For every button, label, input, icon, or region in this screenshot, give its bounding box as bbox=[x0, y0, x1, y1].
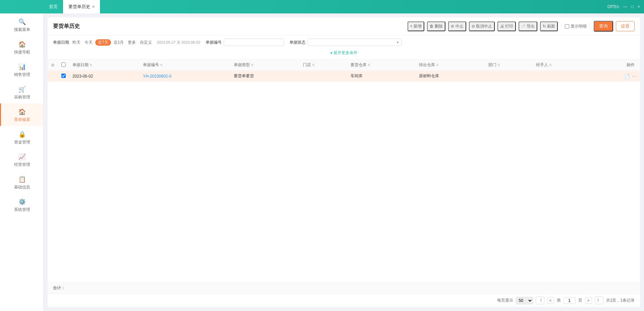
show-detail-checkbox[interactable] bbox=[565, 24, 569, 29]
date-opt-today[interactable]: 今天 bbox=[83, 39, 94, 46]
search-btn-label: 查询 bbox=[599, 23, 608, 29]
stop-button[interactable]: ⊘ 中止 bbox=[448, 21, 466, 31]
settings-button[interactable]: 设置 bbox=[616, 21, 635, 31]
col-req-warehouse[interactable]: 要货仓库 ⇅ bbox=[347, 59, 416, 71]
sidebar-item-finance[interactable]: 🔒 资金管理 bbox=[0, 126, 43, 148]
col-pending-warehouse-label: 待出仓库 bbox=[419, 62, 435, 68]
tab-home[interactable]: 首页 bbox=[44, 0, 63, 13]
refresh-label: ↻ 刷新 bbox=[543, 24, 555, 29]
select-all-checkbox[interactable] bbox=[61, 62, 66, 67]
refresh-button[interactable]: ↻ 刷新 bbox=[540, 21, 558, 31]
row-doc-type: 要货单要货 bbox=[230, 71, 300, 82]
brand-label: OfTEn bbox=[607, 4, 619, 9]
col-settings[interactable]: ⚙ bbox=[48, 59, 58, 71]
status-select-wrapper bbox=[308, 39, 401, 46]
system-icon: ⚙️ bbox=[18, 198, 26, 206]
page-suffix: 页 bbox=[578, 298, 582, 303]
page-input[interactable] bbox=[564, 297, 576, 304]
col-date[interactable]: 单据日期 ⇅ bbox=[69, 59, 140, 71]
print-button[interactable]: 🖨 打印 bbox=[497, 21, 516, 31]
row-pending-warehouse: 原材料仓库 bbox=[416, 71, 485, 82]
next-page-btn[interactable]: > bbox=[585, 297, 592, 304]
date-opt-7days[interactable]: 近7天 bbox=[95, 39, 111, 46]
col-doc-no[interactable]: 单据编号 ⇅ bbox=[140, 59, 230, 71]
delete-button[interactable]: 🗑 删除 bbox=[427, 21, 445, 31]
row-settings bbox=[48, 71, 58, 82]
filter-area: 单据日期 昨天 今天 近7天 近1月 更多 自定义 2023-05-27 至 2… bbox=[48, 35, 640, 59]
shortcut-icon: 🏠 bbox=[18, 41, 26, 48]
row-view-icon[interactable]: 📄 bbox=[624, 74, 630, 79]
sidebar-label-purchase: 采购管理 bbox=[14, 94, 30, 100]
prev-page-btn[interactable]: < bbox=[547, 297, 554, 304]
restore-btn[interactable]: □ bbox=[631, 4, 634, 9]
summary-label: 合计： bbox=[53, 285, 65, 290]
toolbar-divider2 bbox=[590, 23, 590, 30]
search-button[interactable]: 查询 bbox=[594, 21, 613, 32]
col-doc-type-label: 单据类型 bbox=[234, 62, 250, 68]
date-opt-more[interactable]: 更多 bbox=[126, 39, 137, 46]
expand-icon: ▾ bbox=[330, 51, 332, 55]
col-handler[interactable]: 经手人 ⇅ bbox=[533, 59, 591, 71]
row-doc-no[interactable]: YH-20230602-0 bbox=[140, 71, 230, 82]
expand-row: ▾ 展开更多条件 bbox=[53, 49, 635, 56]
top-right-controls: OfTEn — □ × bbox=[607, 4, 644, 9]
filter-date: 单据日期 昨天 今天 近7天 近1月 更多 自定义 2023-05-27 至 2… bbox=[53, 39, 200, 46]
stop-label: ⊘ 中止 bbox=[451, 24, 463, 29]
col-doc-type[interactable]: 单据类型 ⇅ bbox=[230, 59, 300, 71]
col-store-label: 门店 bbox=[303, 62, 311, 68]
status-label: 单据状态 bbox=[289, 40, 306, 45]
close-btn[interactable]: × bbox=[638, 4, 640, 9]
date-range-display: 2023-05-27 至 2023-06-02 bbox=[157, 40, 200, 45]
minimize-btn[interactable]: — bbox=[623, 4, 627, 9]
sidebar-item-system[interactable]: ⚙️ 系统管理 bbox=[0, 193, 43, 216]
handler-sort-icon: ⇅ bbox=[549, 63, 552, 67]
store-sort-icon: ⇅ bbox=[312, 63, 315, 67]
export-button[interactable]: ↗ 导出 bbox=[519, 21, 537, 31]
sidebar-item-sales[interactable]: 📊 销售管理 bbox=[0, 58, 43, 81]
first-page-btn[interactable]: 《 bbox=[536, 297, 544, 304]
docno-sort-icon: ⇅ bbox=[160, 63, 163, 67]
col-doc-no-label: 单据编号 bbox=[143, 62, 159, 68]
table-head: ⚙ 单据日期 ⇅ bbox=[48, 59, 640, 71]
col-checkbox bbox=[58, 59, 69, 71]
sidebar-item-inventory[interactable]: 🏠 库存核算 bbox=[0, 103, 43, 126]
row-action: 📄 ⋯ bbox=[591, 71, 640, 82]
dept-sort-icon: ⇅ bbox=[497, 63, 500, 67]
row-handler bbox=[533, 71, 591, 82]
sidebar-item-basic[interactable]: 📋 基础信息 bbox=[0, 171, 43, 193]
sidebar-item-operations[interactable]: 📈 经营管理 bbox=[0, 148, 43, 171]
filter-row-1: 单据日期 昨天 今天 近7天 近1月 更多 自定义 2023-05-27 至 2… bbox=[53, 39, 635, 46]
doc-no-input[interactable] bbox=[224, 39, 284, 46]
sidebar: 🔍 搜索菜单 🏠 快捷导航 📊 销售管理 🛒 采购管理 🏠 库存核算 🔒 资金管… bbox=[0, 13, 44, 311]
col-pending-warehouse[interactable]: 待出仓库 ⇅ bbox=[416, 59, 485, 71]
show-detail-label[interactable]: 显示明细 bbox=[565, 24, 587, 29]
date-opt-custom[interactable]: 自定义 bbox=[139, 39, 153, 46]
date-opt-yesterday[interactable]: 昨天 bbox=[71, 39, 82, 46]
per-page-select[interactable]: 10 20 50 100 bbox=[516, 297, 533, 304]
main-layout: 🔍 搜索菜单 🏠 快捷导航 📊 销售管理 🛒 采购管理 🏠 库存核算 🔒 资金管… bbox=[0, 13, 644, 311]
finance-icon: 🔒 bbox=[18, 131, 26, 138]
purchase-icon: 🛒 bbox=[18, 86, 26, 93]
cancel-stop-button[interactable]: ⊘ 取消中止 bbox=[469, 21, 495, 31]
row-checkbox[interactable] bbox=[61, 74, 66, 78]
tab-history-close[interactable]: × bbox=[92, 4, 95, 9]
sidebar-item-purchase[interactable]: 🛒 采购管理 bbox=[0, 81, 43, 103]
col-department[interactable]: 部门 ⇅ bbox=[485, 59, 533, 71]
tab-history[interactable]: 要货单历史 × bbox=[63, 0, 100, 13]
last-page-btn[interactable]: 》 bbox=[595, 297, 603, 304]
new-button[interactable]: + 新增 bbox=[408, 21, 424, 31]
row-more-icon[interactable]: ⋯ bbox=[632, 74, 637, 79]
page-header: 要货单历史 + 新增 🗑 删除 ⊘ 中止 ⊘ 取消中止 🖨 bbox=[48, 17, 640, 35]
table-row[interactable]: 2023-06-02 YH-20230602-0 要货单要货 车间库 原材料仓库… bbox=[48, 71, 640, 82]
expand-btn[interactable]: ▾ 展开更多条件 bbox=[330, 50, 358, 56]
status-select[interactable] bbox=[308, 39, 401, 46]
row-department bbox=[485, 71, 533, 82]
sidebar-item-shortcut[interactable]: 🏠 快捷导航 bbox=[0, 36, 43, 58]
basic-icon: 📋 bbox=[18, 176, 26, 183]
date-opt-1month[interactable]: 近1月 bbox=[112, 39, 125, 46]
type-sort-icon: ⇅ bbox=[251, 63, 254, 67]
sidebar-label-basic: 基础信息 bbox=[14, 184, 30, 190]
toolbar: + 新增 🗑 删除 ⊘ 中止 ⊘ 取消中止 🖨 打印 ↗ bbox=[408, 21, 635, 32]
col-store[interactable]: 门店 ⇅ bbox=[300, 59, 347, 71]
sidebar-item-search[interactable]: 🔍 搜索菜单 bbox=[0, 13, 43, 36]
